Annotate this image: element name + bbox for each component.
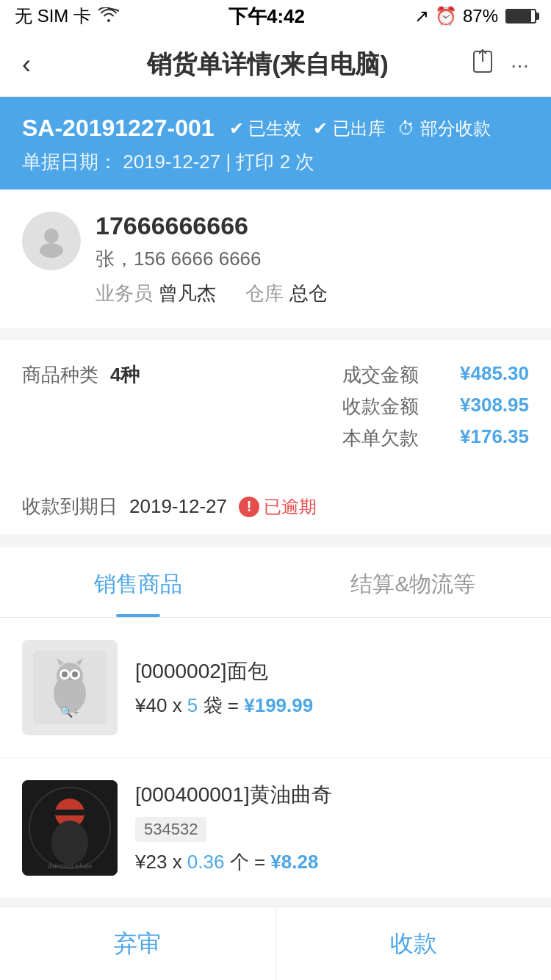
- battery-percent: 87%: [463, 6, 498, 26]
- product-type-count: 4种: [110, 362, 140, 388]
- product-multiply-2: x: [173, 851, 187, 873]
- due-label: 收款到期日: [22, 494, 118, 519]
- meta-print-info: 打印 2 次: [236, 151, 314, 173]
- meta-separator: |: [226, 151, 236, 173]
- product-unit-2: 个: [230, 851, 249, 873]
- svg-point-2: [44, 228, 59, 243]
- order-id: SA-20191227-001: [22, 115, 215, 142]
- section-divider-1: [0, 328, 551, 340]
- product-unit-price-2: ¥23: [135, 851, 167, 873]
- alarm-icon: ⏰: [435, 6, 457, 26]
- product-info-2: [000400001]黄油曲奇 534532 ¥23 x 0.36 个 = ¥8…: [135, 781, 529, 875]
- product-thumb-2: diamond whale: [22, 780, 118, 876]
- product-batch-2: 534532: [135, 817, 206, 842]
- status-shipped: ✔ 已出库: [313, 117, 386, 140]
- share-button[interactable]: [469, 48, 496, 80]
- product-name-2: [000400001]黄油曲奇: [135, 781, 529, 809]
- product-price-2: ¥23 x 0.36 个 = ¥8.28: [135, 849, 529, 875]
- svg-text:🔍+: 🔍+: [60, 706, 79, 718]
- battery-icon: [505, 9, 536, 24]
- back-button[interactable]: ‹: [22, 49, 66, 80]
- debt-value: ¥176.35: [441, 425, 529, 451]
- product-type-item: 商品种类 4种: [22, 362, 140, 388]
- nav-actions: ···: [469, 48, 529, 80]
- product-item-2: diamond whale [000400001]黄油曲奇 534532 ¥23…: [0, 758, 551, 898]
- svg-point-18: [51, 821, 88, 865]
- svg-point-10: [72, 671, 78, 677]
- status-right: ↗ ⏰ 87%: [414, 6, 536, 26]
- avatar: [22, 212, 81, 270]
- wifi-icon: [98, 6, 119, 26]
- deal-amount-value: ¥485.30: [441, 362, 529, 388]
- debt-label: 本单欠款: [342, 425, 419, 451]
- overdue-text: 已逾期: [264, 495, 317, 519]
- overdue-badge: ! 已逾期: [239, 495, 317, 519]
- carrier-text: 无 SIM 卡: [15, 4, 91, 28]
- product-eq-1: =: [228, 694, 244, 716]
- status-tags: ✔ 已生效 ✔ 已出库 ⏱ 部分收款: [229, 117, 491, 140]
- meta-date-label: 单据日期：: [22, 151, 118, 173]
- product-type-label: 商品种类: [22, 362, 98, 388]
- svg-rect-19: [55, 810, 84, 815]
- nav-bar: ‹ 销货单详情(来自电脑) ···: [0, 32, 551, 97]
- due-section: 收款到期日 2019-12-27 ! 已逾期: [0, 479, 551, 534]
- product-total-2: ¥8.28: [270, 851, 318, 873]
- time-display: 下午4:42: [228, 4, 305, 29]
- product-price-1: ¥40 x 5 袋 = ¥199.99: [135, 693, 529, 718]
- product-info-1: [0000002]面包 ¥40 x 5 袋 = ¥199.99: [135, 657, 529, 718]
- product-list: 🔍+ [0000002]面包 ¥40 x 5 袋 = ¥199.99: [0, 618, 551, 898]
- status-bar: 无 SIM 卡 下午4:42 ↗ ⏰ 87%: [0, 0, 551, 32]
- product-total-1: ¥199.99: [244, 694, 313, 716]
- location-icon: ↗: [414, 6, 429, 26]
- svg-text:diamond whale: diamond whale: [48, 862, 93, 870]
- warehouse-item: 仓库 总仓: [245, 281, 328, 306]
- product-thumb-1: 🔍+: [22, 640, 118, 735]
- collect-button[interactable]: 收款: [276, 907, 552, 980]
- page-title: 销货单详情(来自电脑): [147, 48, 389, 82]
- stats-left: 商品种类 4种: [22, 362, 140, 391]
- overdue-icon: !: [239, 497, 259, 517]
- bottom-bar: 弃审 收款: [0, 907, 551, 980]
- warehouse-value: 总仓: [289, 281, 328, 306]
- received-value: ¥308.95: [441, 394, 529, 419]
- customer-info: 17666666666 张，156 6666 6666 业务员 曾凡杰 仓库 总…: [96, 212, 529, 306]
- product-eq-2: =: [254, 851, 270, 873]
- customer-phone: 张，156 6666 6666: [96, 246, 529, 272]
- received-amount-row: 收款金额 ¥308.95: [342, 394, 529, 419]
- stats-row: 商品种类 4种 成交金额 ¥485.30 收款金额 ¥308.95 本单欠款 ¥…: [22, 362, 529, 457]
- product-item-1: 🔍+ [0000002]面包 ¥40 x 5 袋 = ¥199.99: [0, 618, 551, 758]
- status-left: 无 SIM 卡: [15, 4, 119, 28]
- product-qty-1: 5: [187, 694, 198, 716]
- deal-amount-label: 成交金额: [342, 362, 419, 388]
- tab-sales-products[interactable]: 销售商品: [0, 547, 276, 617]
- meta-date-value: 2019-12-27: [123, 151, 220, 173]
- stats-right: 成交金额 ¥485.30 收款金额 ¥308.95 本单欠款 ¥176.35: [342, 362, 529, 457]
- svg-point-9: [62, 671, 68, 677]
- salesperson-value: 曾凡杰: [159, 281, 216, 306]
- received-label: 收款金额: [342, 394, 419, 419]
- product-name-1: [0000002]面包: [135, 657, 529, 685]
- order-header: SA-20191227-001 ✔ 已生效 ✔ 已出库 ⏱ 部分收款 单据日期：…: [0, 97, 551, 190]
- salesperson-item: 业务员 曾凡杰: [96, 281, 216, 306]
- salesperson-label: 业务员: [96, 281, 153, 306]
- product-multiply-1: x: [173, 694, 187, 716]
- customer-section: 17666666666 张，156 6666 6666 业务员 曾凡杰 仓库 总…: [0, 190, 551, 328]
- debt-amount-row: 本单欠款 ¥176.35: [342, 425, 529, 451]
- reject-button[interactable]: 弃审: [0, 907, 276, 980]
- svg-point-3: [40, 243, 63, 258]
- tabs-container: 销售商品 结算&物流等: [0, 547, 551, 618]
- customer-meta: 业务员 曾凡杰 仓库 总仓: [96, 281, 529, 306]
- deal-amount-row: 成交金额 ¥485.30: [342, 362, 529, 388]
- customer-name: 17666666666: [96, 212, 529, 240]
- more-button[interactable]: ···: [511, 52, 529, 77]
- order-meta: 单据日期： 2019-12-27 | 打印 2 次: [22, 149, 529, 175]
- warehouse-label: 仓库: [245, 281, 284, 306]
- due-date: 2019-12-27: [129, 495, 227, 518]
- section-divider-2: [0, 534, 551, 546]
- product-unit-price-1: ¥40: [135, 694, 167, 716]
- product-qty-2: 0.36: [187, 851, 225, 873]
- tab-settlement[interactable]: 结算&物流等: [276, 547, 551, 617]
- status-partial: ⏱ 部分收款: [397, 117, 491, 140]
- status-effective: ✔ 已生效: [229, 117, 302, 140]
- stats-section: 商品种类 4种 成交金额 ¥485.30 收款金额 ¥308.95 本单欠款 ¥…: [0, 340, 551, 479]
